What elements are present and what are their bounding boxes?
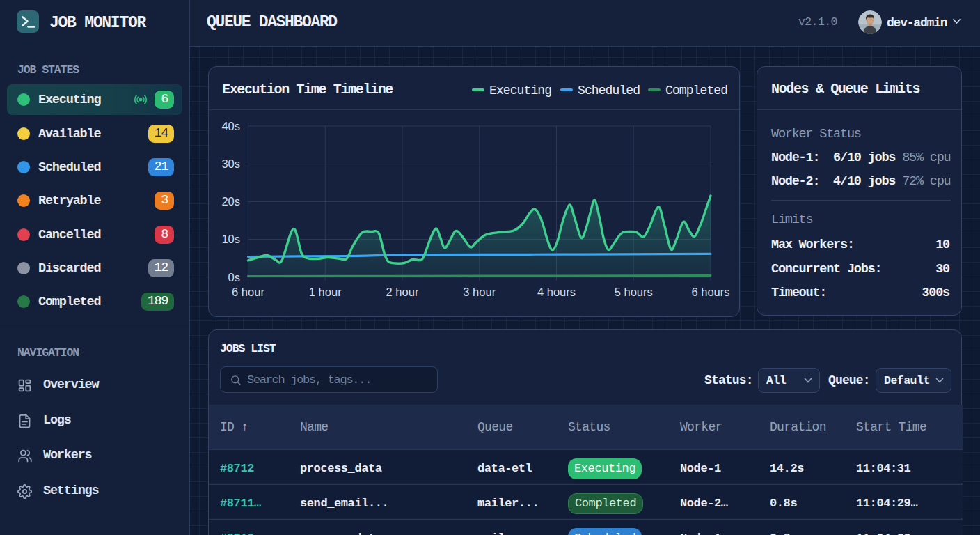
- svg-text:30s: 30s: [221, 157, 240, 170]
- svg-text:6 hours: 6 hours: [691, 286, 729, 298]
- svg-text:6 hour: 6 hour: [232, 286, 264, 298]
- svg-text:2 hour: 2 hour: [386, 286, 419, 298]
- svg-text:0s: 0s: [228, 271, 240, 284]
- svg-text:1 hour: 1 hour: [309, 286, 342, 298]
- svg-text:5 hours: 5 hours: [615, 286, 653, 298]
- svg-text:3 hour: 3 hour: [463, 286, 496, 298]
- svg-text:10s: 10s: [221, 233, 240, 245]
- svg-text:20s: 20s: [221, 195, 240, 208]
- svg-text:4 hours: 4 hours: [537, 286, 576, 298]
- svg-text:40s: 40s: [221, 120, 240, 132]
